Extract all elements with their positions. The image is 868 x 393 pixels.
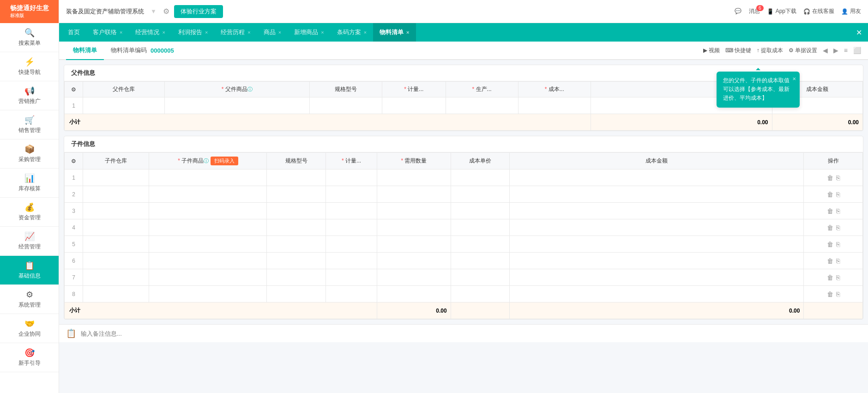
child-spec-cell[interactable] [267,253,326,269]
child-spec-cell[interactable] [267,269,326,286]
child-unitprice-cell[interactable] [451,269,509,286]
child-product-cell[interactable] [149,236,267,253]
subtab-bom-list[interactable]: 物料清单 [66,42,104,60]
sidebar-item-guide[interactable]: 🎯 新手引导 [0,343,59,372]
child-spec-cell[interactable] [267,203,326,219]
doc-settings-action[interactable]: ⚙ 单据设置 [789,47,817,54]
child-qty-cell[interactable] [377,203,451,219]
child-unit-cell[interactable] [326,219,377,236]
child-warehouse-cell[interactable] [83,286,149,302]
child-unit-cell[interactable] [326,269,377,286]
nav-next[interactable]: ▶ [833,47,838,54]
sidebar-item-marketing[interactable]: 📢 营销推广 [0,81,59,110]
tab-new-product[interactable]: 新增商品 × [288,23,330,42]
delete-icon[interactable]: 🗑 [827,241,833,248]
child-unitprice-cell[interactable] [451,286,509,302]
copy-icon[interactable]: ⎘ [836,207,840,215]
child-product-cell[interactable] [149,186,267,203]
child-product-cell[interactable] [149,219,267,236]
copy-icon[interactable]: ⎘ [836,290,840,298]
parent-cost-cell[interactable] [518,97,591,114]
tab-close[interactable]: × [364,30,367,35]
sidebar-item-collab[interactable]: 🤝 企业协同 [0,314,59,343]
child-unitprice-cell[interactable] [451,186,509,203]
child-qty-cell[interactable] [377,219,451,236]
copy-icon[interactable]: ⎘ [836,257,840,265]
th-child-gear[interactable]: ⚙ [65,153,83,169]
sidebar-item-purchase[interactable]: 📦 采购管理 [0,139,59,169]
child-unitprice-cell[interactable] [451,236,509,253]
child-spec-cell[interactable] [267,186,326,203]
child-qty-cell[interactable] [377,253,451,269]
tab-close[interactable]: × [162,30,165,35]
tab-close[interactable]: × [321,30,324,35]
child-warehouse-cell[interactable] [83,169,149,186]
tab-operations[interactable]: 经营情况 × [129,23,171,42]
child-spec-cell[interactable] [267,219,326,236]
sidebar-item-sales[interactable]: 🛒 销售管理 [0,110,59,139]
child-qty-cell[interactable] [377,269,451,286]
child-unit-cell[interactable] [326,236,377,253]
copy-icon[interactable]: ⎘ [836,174,840,181]
copy-icon[interactable]: ⎘ [836,191,840,198]
child-warehouse-cell[interactable] [83,236,149,253]
child-unit-cell[interactable] [326,186,377,203]
child-product-cell[interactable] [149,169,267,186]
child-unit-cell[interactable] [326,286,377,302]
sidebar-item-quicknav[interactable]: ⚡ 快捷导航 [0,52,59,81]
child-unitprice-cell[interactable] [451,203,509,219]
video-action[interactable]: ▶ 视频 [703,47,720,54]
close-all-tabs[interactable]: ✕ [856,28,862,37]
tooltip-close[interactable]: × [792,74,796,84]
tab-close[interactable]: × [278,30,281,35]
child-unit-cell[interactable] [326,169,377,186]
parent-unit-cell[interactable] [382,97,446,114]
online-support-button[interactable]: 🎧 在线客服 [803,7,834,15]
tab-barcode[interactable]: 条码方案 × [331,23,373,42]
shortcut-action[interactable]: ⌨ 快捷键 [725,47,751,54]
parent-warehouse-cell[interactable] [83,97,165,114]
child-product-cell[interactable] [149,286,267,302]
child-product-cell[interactable] [149,203,267,219]
tab-profit[interactable]: 利润报告 × [172,23,214,42]
expand-icon[interactable]: ⬜ [853,47,861,54]
parent-production-cell[interactable] [446,97,518,114]
child-warehouse-cell[interactable] [83,203,149,219]
child-unit-cell[interactable] [326,203,377,219]
sidebar-item-management[interactable]: 📈 经营管理 [0,227,59,256]
tab-close[interactable]: × [247,30,250,35]
delete-icon[interactable]: 🗑 [827,207,833,215]
sidebar-item-system[interactable]: ⚙ 系统管理 [0,285,59,314]
scan-button[interactable]: 扫码录入 [211,157,238,165]
child-product-cell[interactable] [149,253,267,269]
child-qty-cell[interactable] [377,236,451,253]
child-spec-cell[interactable] [267,286,326,302]
child-product-cell[interactable] [149,269,267,286]
child-warehouse-cell[interactable] [83,253,149,269]
child-spec-cell[interactable] [267,236,326,253]
child-qty-cell[interactable] [377,186,451,203]
tab-bom[interactable]: 物料清单 × [373,23,416,42]
tab-products[interactable]: 商品 × [257,23,288,42]
copy-icon[interactable]: ⎘ [836,241,840,248]
sidebar-item-finance[interactable]: 💰 资金管理 [0,198,59,227]
extract-cost-action[interactable]: ↑ 提取成本 [757,47,783,54]
delete-icon[interactable]: 🗑 [827,290,833,298]
child-qty-cell[interactable] [377,286,451,302]
sidebar-item-basicinfo[interactable]: 📋 基础信息 [0,256,59,285]
nav-menu[interactable]: ≡ [844,47,848,54]
app-download-button[interactable]: 📱 App下载 [767,7,796,15]
tab-close[interactable]: × [120,30,122,35]
trial-button[interactable]: 体验行业方案 [174,5,223,18]
delete-icon[interactable]: 🗑 [827,174,833,181]
remark-input[interactable] [81,330,861,337]
sidebar-item-inventory[interactable]: 📊 库存核算 [0,169,59,198]
child-qty-cell[interactable] [377,169,451,186]
tab-history[interactable]: 经营历程 × [214,23,257,42]
child-warehouse-cell[interactable] [83,219,149,236]
subtab-bom-code[interactable]: 物料清单编码 0000005 [104,42,181,60]
message-button[interactable]: 💬 6 消息 [735,7,760,15]
delete-icon[interactable]: 🗑 [827,257,833,265]
copy-icon[interactable]: ⎘ [836,274,840,281]
child-spec-cell[interactable] [267,169,326,186]
